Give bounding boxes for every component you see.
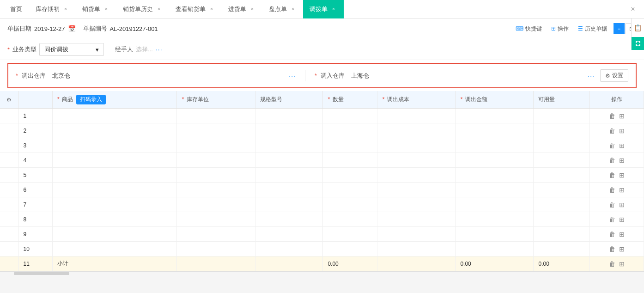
subtotal-row: 11 小计 0.00 0.00 0.00 🗑 ⊞ bbox=[0, 256, 644, 271]
table-container: ⚙ * 商品 扫码录入 * 库存单位 规格型号 bbox=[0, 91, 644, 271]
row-qty-cell[interactable] bbox=[323, 183, 377, 197]
biz-type-label: 业务类型 bbox=[12, 45, 36, 54]
row-cost-cell bbox=[377, 242, 456, 256]
biz-type-chevron: ▾ bbox=[96, 46, 99, 53]
th-unit: * 库存单位 bbox=[177, 91, 255, 109]
row-cost-cell bbox=[377, 109, 456, 123]
row-gear-cell bbox=[0, 123, 18, 138]
row-delete-btn[interactable]: 🗑 bbox=[609, 216, 615, 223]
row-copy-btn[interactable]: ⊞ bbox=[619, 142, 625, 149]
row-copy-btn[interactable]: ⊞ bbox=[619, 201, 625, 208]
main-content: 单据日期 2019-12-27 📅 单据编号 AL-20191227-001 ⌨… bbox=[0, 18, 644, 275]
settings-gear-icon: ⚙ bbox=[605, 73, 610, 79]
tab-purchase-close[interactable]: × bbox=[249, 6, 255, 12]
row-qty-cell[interactable] bbox=[323, 109, 377, 123]
row-qty-cell[interactable] bbox=[323, 197, 377, 212]
tab-sales-order[interactable]: 销货单 × bbox=[76, 0, 116, 18]
row-op-cell: 🗑 ⊞ bbox=[589, 227, 644, 242]
th-available: 可用量 bbox=[534, 91, 589, 109]
row-copy-btn[interactable]: ⊞ bbox=[619, 186, 625, 194]
row-amount-cell bbox=[456, 123, 534, 138]
row-cost-cell bbox=[377, 123, 456, 138]
row-qty-cell[interactable] bbox=[323, 138, 377, 153]
row-product-cell[interactable] bbox=[52, 197, 177, 212]
tab-home[interactable]: 首页 bbox=[4, 0, 29, 18]
calendar-icon[interactable]: 📅 bbox=[68, 25, 76, 32]
sidebar-notes-icon[interactable]: 📋 bbox=[632, 22, 644, 33]
biz-type-select[interactable]: 同价调拨 ▾ bbox=[39, 43, 104, 56]
in-warehouse-value: 上海仓 bbox=[351, 72, 369, 80]
row-op-cell: 🗑 ⊞ bbox=[589, 109, 644, 123]
subtotal-spec-cell bbox=[255, 256, 323, 271]
row-delete-btn[interactable]: 🗑 bbox=[609, 201, 615, 208]
row-delete-btn[interactable]: 🗑 bbox=[609, 157, 615, 164]
row-product-cell[interactable] bbox=[52, 109, 177, 123]
shortcuts-btn[interactable]: ⌨ 快捷键 bbox=[513, 24, 545, 34]
row-qty-cell[interactable] bbox=[323, 168, 377, 183]
row-copy-btn[interactable]: ⊞ bbox=[619, 112, 625, 120]
tab-view-sales[interactable]: 查看销货单 × bbox=[169, 0, 222, 18]
row-gear-cell bbox=[0, 227, 18, 242]
layout-list-btn[interactable]: ≡ bbox=[614, 23, 625, 34]
row-copy-btn[interactable]: ⊞ bbox=[619, 127, 625, 134]
row-product-cell[interactable] bbox=[52, 227, 177, 242]
shortcuts-label: 快捷键 bbox=[525, 25, 542, 33]
row-product-cell[interactable] bbox=[52, 153, 177, 168]
subtotal-copy-btn[interactable]: ⊞ bbox=[619, 260, 625, 268]
row-qty-cell[interactable] bbox=[323, 123, 377, 138]
tab-purchase[interactable]: 进货单 × bbox=[222, 0, 262, 18]
row-qty-cell[interactable] bbox=[323, 242, 377, 256]
tab-transfer-close[interactable]: × bbox=[330, 6, 337, 12]
row-copy-btn[interactable]: ⊞ bbox=[619, 231, 625, 238]
row-copy-btn[interactable]: ⊞ bbox=[619, 171, 625, 179]
tab-sales-order-close[interactable]: × bbox=[103, 6, 109, 12]
out-warehouse-value: 北京仓 bbox=[52, 72, 70, 80]
person-dots[interactable]: ··· bbox=[156, 46, 163, 53]
row-product-cell[interactable] bbox=[52, 212, 177, 227]
tab-view-sales-label: 查看销货单 bbox=[176, 5, 206, 13]
tab-inventory-init[interactable]: 库存期初 × bbox=[29, 0, 76, 18]
row-delete-btn[interactable]: 🗑 bbox=[609, 231, 615, 238]
subtotal-available-cell: 0.00 bbox=[534, 256, 589, 271]
row-copy-btn[interactable]: ⊞ bbox=[619, 157, 625, 164]
scan-btn[interactable]: 扫码录入 bbox=[76, 95, 106, 104]
row-product-cell[interactable] bbox=[52, 138, 177, 153]
subtotal-delete-btn[interactable]: 🗑 bbox=[609, 260, 615, 268]
out-warehouse-dots[interactable]: ··· bbox=[289, 72, 296, 79]
tab-transfer[interactable]: 调拨单 × bbox=[303, 0, 344, 18]
row-delete-btn[interactable]: 🗑 bbox=[609, 245, 615, 253]
row-delete-btn[interactable]: 🗑 bbox=[609, 186, 615, 194]
person-placeholder[interactable]: 选择... bbox=[136, 45, 153, 54]
row-delete-btn[interactable]: 🗑 bbox=[609, 171, 615, 179]
tab-stocktake-close[interactable]: × bbox=[290, 6, 296, 12]
in-warehouse-dots[interactable]: ··· bbox=[588, 72, 595, 79]
row-qty-cell[interactable] bbox=[323, 212, 377, 227]
tab-sales-history[interactable]: 销货单历史 × bbox=[116, 0, 169, 18]
history-btn[interactable]: ☰ 历史单据 bbox=[575, 24, 610, 34]
th-gear[interactable]: ⚙ bbox=[0, 91, 18, 109]
tab-inventory-init-close[interactable]: × bbox=[62, 6, 69, 12]
sidebar-expand-icon[interactable] bbox=[632, 37, 644, 50]
row-cost-cell bbox=[377, 227, 456, 242]
row-qty-cell[interactable] bbox=[323, 153, 377, 168]
row-copy-btn[interactable]: ⊞ bbox=[619, 216, 625, 223]
row-product-cell[interactable] bbox=[52, 123, 177, 138]
row-spec-cell bbox=[255, 183, 323, 197]
operations-btn[interactable]: ⊞ 操作 bbox=[548, 24, 571, 34]
row-product-cell[interactable] bbox=[52, 183, 177, 197]
row-product-cell[interactable] bbox=[52, 168, 177, 183]
row-qty-cell[interactable] bbox=[323, 227, 377, 242]
row-delete-btn[interactable]: 🗑 bbox=[609, 112, 615, 120]
settings-btn[interactable]: ⚙ 设置 bbox=[600, 69, 628, 82]
tab-bar-close-btn[interactable]: × bbox=[626, 2, 640, 17]
history-icon: ☰ bbox=[578, 25, 583, 32]
row-product-cell[interactable] bbox=[52, 242, 177, 256]
row-gear-cell bbox=[0, 138, 18, 153]
tab-view-sales-close[interactable]: × bbox=[208, 6, 215, 12]
row-delete-btn[interactable]: 🗑 bbox=[609, 142, 615, 149]
row-copy-btn[interactable]: ⊞ bbox=[619, 245, 625, 253]
tab-sales-history-close[interactable]: × bbox=[156, 6, 162, 12]
tab-stocktake[interactable]: 盘点单 × bbox=[262, 0, 303, 18]
scrollbar-area[interactable] bbox=[0, 271, 644, 275]
row-delete-btn[interactable]: 🗑 bbox=[609, 127, 615, 134]
